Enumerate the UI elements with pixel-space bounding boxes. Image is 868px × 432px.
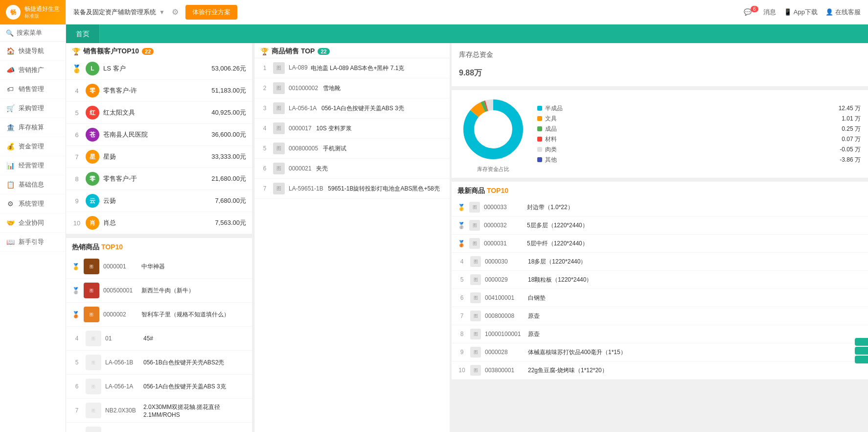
mid-product-icon-5: 图	[273, 143, 285, 154]
mid-product-icon-7: 图	[273, 183, 285, 194]
hot-product-5: 5 图 LA-056-1B 056-1B白色按键开关壳ABS2壳	[66, 351, 252, 375]
customer-avatar-8: 肖	[86, 216, 99, 230]
customer-rank-item-6: 8 零 零售客户-于 21,680.00元	[66, 168, 252, 190]
guide-icon: 📖	[6, 238, 15, 246]
search-icon: 🔍	[6, 29, 14, 37]
mid-badge: 22	[318, 48, 329, 55]
sidebar-search[interactable]: 🔍 搜索菜单	[0, 24, 66, 42]
new-product-icon-7: 图	[470, 311, 481, 321]
legend-dot-5	[537, 157, 542, 162]
legend-dot-1	[537, 116, 542, 121]
legend-dot-0	[537, 106, 542, 111]
sidebar-item-basic[interactable]: 📋 基础信息	[0, 175, 66, 194]
new-product-2: 🥈 图 0000032 5层多层（1220*2440）	[452, 216, 868, 235]
mid-item-6: 6 图 0000021 夹壳	[254, 159, 450, 179]
sidebar-item-system[interactable]: ⚙ 系统管理	[0, 194, 66, 214]
mid-panel: 🏆 商品销售 TOP 22 1 图 LA-089 电池盖 LA-089 ABS本…	[254, 43, 450, 432]
customer-rank-badge: 22	[142, 48, 154, 55]
sidebar-item-operation[interactable]: 📊 经营管理	[0, 156, 66, 175]
float-service-hotline[interactable]: 客服热线	[855, 338, 868, 346]
finance-icon: 💰	[6, 143, 15, 150]
hot-products-section: 热销商品 TOP10 🥇 图 0000001 中华神器 🥈 图 00050000…	[66, 238, 252, 432]
hot-products-title: 热销商品 TOP10	[66, 238, 252, 255]
new-product-1: 🥇 图 0000033 封边带（1.0*22）	[452, 198, 868, 216]
mid-item-7: 7 图 LA-59651-1B 59651-1B旋转投影灯电池盒ABS黑色+58…	[254, 179, 450, 199]
system-icon: ⚙	[6, 200, 15, 208]
tab-home[interactable]: 首页	[66, 24, 100, 43]
sidebar-item-finance[interactable]: 💰 资金管理	[0, 137, 66, 156]
hot-product-3: 🥉 图 0000002 智利车子里（规格不知道填什么）	[66, 303, 252, 327]
product-img-3: 图	[84, 307, 99, 322]
topbar-system: 装备及固定资产辅助管理系统 ▼	[73, 8, 165, 17]
trophy-icon: 🏆	[72, 48, 80, 55]
customer-avatar-1: L	[86, 62, 99, 75]
legend-item-4: 肉类 -0.05 万	[537, 145, 861, 154]
trial-btn[interactable]: 体验行业方案	[185, 5, 237, 20]
dropdown-arrow-icon[interactable]: ▼	[159, 9, 165, 16]
legend-dot-3	[537, 137, 542, 142]
mid-product-icon-4: 图	[273, 122, 285, 134]
left-panel: 🏆 销售额客户TOP10 22 🥇 L LS 客户 53,006.26元 4 零…	[66, 43, 252, 432]
phone-icon: 📱	[784, 8, 792, 16]
home-icon: 🏠	[6, 47, 15, 55]
service-icon: 👤	[825, 8, 833, 16]
new-product-icon-5: 图	[470, 274, 481, 285]
app-download-btn[interactable]: 📱 App下载	[784, 8, 818, 17]
sidebar-item-guide[interactable]: 📖 新手引导	[0, 233, 66, 252]
customer-rank-item-1: 🥇 L LS 客户 53,006.26元	[66, 58, 252, 80]
nav-tabs: 首页	[66, 24, 868, 43]
settings-icon[interactable]: ⚙	[170, 5, 181, 19]
new-product-icon-10: 图	[470, 365, 481, 376]
customer-rank-item-3: 5 红 红太阳文具 40,925.00元	[66, 102, 252, 124]
gold-medal-icon-2: 🥇	[72, 263, 80, 270]
sidebar-item-marketing[interactable]: 📣 营销推广	[0, 61, 66, 80]
product-img-8: 图	[86, 427, 101, 432]
new-product-icon-3: 图	[469, 238, 480, 249]
donut-chart	[459, 95, 527, 164]
customer-rank-list: 🥇 L LS 客户 53,006.26元 4 零 零售客户-许 51,183.0…	[66, 58, 252, 234]
customer-avatar-3: 红	[86, 106, 99, 120]
new-gold-icon: 🥇	[457, 204, 465, 211]
mid-item-5: 5 图 000800005 手机测试	[254, 139, 450, 159]
new-products-title: 最新商品 TOP10	[452, 182, 868, 198]
new-product-icon-8: 图	[470, 329, 481, 339]
new-product-icon-6: 图	[470, 292, 481, 303]
sidebar-logo: 畅	[6, 5, 21, 20]
legend-item-1: 文具 1.01 万	[537, 115, 861, 123]
legend-dot-2	[537, 126, 542, 131]
sidebar-title-text: 畅捷通好生意 标准版	[24, 5, 60, 20]
mid-item-4: 4 图 0000017 10S 变料罗浆	[254, 119, 450, 139]
mid-product-list: 1 图 LA-089 电池盖 LA-089 ABS本色+黑种 7.1克 2 图 …	[254, 58, 450, 199]
sidebar: 畅 畅捷通好生意 标准版 🔍 搜索菜单 🏠 快捷导航 📣 营销推广 🏷 销售管理…	[0, 0, 66, 432]
float-live[interactable]: 直播	[855, 356, 868, 363]
corp-icon: 🤝	[6, 219, 15, 227]
sidebar-item-sales[interactable]: 🏷 销售管理	[0, 80, 66, 99]
float-buttons: 客服热线 服务社区 直播	[855, 338, 868, 363]
product-img-7: 图	[86, 403, 101, 418]
hot-product-1: 🥇 图 0000001 中华神器	[66, 255, 252, 279]
online-service-btn[interactable]: 👤 在线客服	[825, 8, 861, 17]
inventory-card: 库存总资金 9.88万	[452, 43, 868, 86]
customer-avatar-6: 零	[86, 172, 99, 186]
hot-product-8: 8 图 0000011 12070519-xs	[66, 423, 252, 432]
product-img-4: 图	[86, 331, 101, 346]
new-product-icon-2: 图	[469, 220, 480, 231]
customer-rank-header: 🏆 销售额客户TOP10 22	[66, 43, 252, 58]
sidebar-item-quick-nav[interactable]: 🏠 快捷导航	[0, 42, 66, 61]
legend-item-5: 其他 -3.86 万	[537, 156, 861, 164]
new-bronze-icon: 🥉	[457, 240, 465, 247]
purchase-icon: 🛒	[6, 104, 15, 112]
mid-product-icon-6: 图	[273, 163, 285, 174]
sidebar-header: 畅 畅捷通好生意 标准版	[0, 0, 66, 24]
sidebar-item-purchase[interactable]: 🛒 采购管理	[0, 99, 66, 118]
float-service-community[interactable]: 服务社区	[855, 347, 868, 355]
new-product-6: 6 图 004100001 白钢垫	[452, 289, 868, 307]
product-img-1: 图	[84, 259, 99, 274]
message-btn[interactable]: 💬 6 消息	[744, 8, 776, 17]
gold-medal-icon: 🥇	[72, 64, 82, 73]
mid-product-icon-2: 图	[273, 82, 285, 94]
sidebar-item-corp[interactable]: 🤝 企业协同	[0, 214, 66, 233]
sidebar-item-inventory[interactable]: 🏦 库存核算	[0, 118, 66, 137]
mid-item-1: 1 图 LA-089 电池盖 LA-089 ABS本色+黑种 7.1克	[254, 58, 450, 78]
product-img-5: 图	[86, 355, 101, 370]
